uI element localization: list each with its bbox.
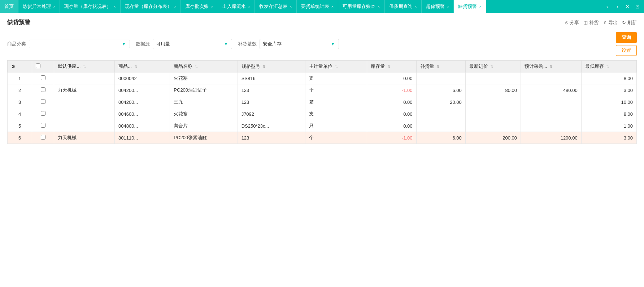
row-checkbox-cell[interactable] — [32, 72, 54, 84]
row-checkbox-cell[interactable] — [32, 84, 54, 96]
tab-refine[interactable]: 炼货异常处理 × — [18, 0, 60, 13]
row-checkbox[interactable] — [41, 75, 45, 80]
close-tab-refine[interactable]: × — [53, 4, 55, 9]
replenish-button[interactable]: ◫ 补货 — [583, 19, 599, 26]
purchase-column-header[interactable]: 预计采购... ⇅ — [521, 61, 581, 72]
nav-next-button[interactable]: › — [612, 1, 622, 12]
row-replenish: 6.00 — [416, 132, 465, 144]
close-tab-shortage[interactable]: × — [479, 4, 481, 9]
row-checkbox[interactable] — [41, 99, 45, 104]
export-button[interactable]: ⇪ 导出 — [603, 19, 618, 26]
gear-column-header[interactable]: ⚙ — [8, 61, 32, 72]
category-chevron-icon: ▼ — [122, 41, 126, 47]
close-tab-expiry-query[interactable]: × — [415, 4, 417, 9]
minstock-column-header[interactable]: 最低库存 ⇅ — [581, 61, 636, 72]
row-checkbox[interactable] — [41, 87, 45, 92]
select-all-checkbox[interactable] — [36, 63, 40, 68]
datasource-select[interactable]: 可用量 ▼ — [153, 39, 232, 49]
tab-batch[interactable]: 库存批次账 × — [181, 0, 218, 13]
nav-tabs: 首页 炼货异常处理 × 现存量（库存状况表） × 现存量（库存分布表） × 库存… — [0, 0, 644, 13]
row-min-stock: 10.00 — [581, 96, 636, 108]
row-stock: 0.00 — [367, 96, 416, 108]
row-checkbox-cell[interactable] — [32, 108, 54, 120]
name-column-header[interactable]: 商品名称 ⇅ — [170, 61, 238, 72]
row-latest-price — [465, 96, 521, 108]
row-supplier — [54, 120, 115, 132]
tab-overstock[interactable]: 超储预警 × — [422, 0, 454, 13]
row-latest-price — [465, 120, 521, 132]
refresh-button[interactable]: ↻ 刷新 — [622, 19, 637, 26]
row-stock: 0.00 — [367, 108, 416, 120]
close-tab-batch[interactable]: × — [211, 4, 213, 9]
row-replenish — [416, 120, 465, 132]
close-tab-stock-status[interactable]: × — [113, 4, 116, 9]
checkbox-column-header — [32, 61, 54, 72]
table-row: 6 力天机械 801110... PC200张紧油缸 123 个 -1.00 6… — [8, 132, 637, 144]
table-row: 5 004800... 离合片 DS250*23c... 只 0.00 1.00 — [8, 120, 637, 132]
query-button[interactable]: 查询 — [616, 32, 637, 43]
tab-stock-status[interactable]: 现存量（库存状况表） × — [60, 0, 120, 13]
row-index: 6 — [8, 132, 32, 144]
row-checkbox[interactable] — [41, 123, 45, 128]
nav-close-button[interactable]: ✕ — [622, 1, 632, 12]
replenish-sort-icon: ⇅ — [436, 65, 439, 69]
row-name: 三九 — [170, 96, 238, 108]
row-replenish — [416, 72, 465, 84]
tab-stock-dist[interactable]: 现存量（库存分布表） × — [121, 0, 181, 13]
row-replenish — [416, 108, 465, 120]
row-checkbox-cell[interactable] — [32, 120, 54, 132]
refresh-icon: ↻ — [622, 20, 626, 25]
spec-column-header[interactable]: 规格型号 ⇅ — [238, 61, 305, 72]
stock-column-header[interactable]: 库存量 ⇅ — [367, 61, 416, 72]
row-min-stock: 3.00 — [581, 132, 636, 144]
row-checkbox-cell[interactable] — [32, 96, 54, 108]
replenish-basis-select[interactable]: 安全库存 ▼ — [260, 39, 339, 49]
supplier-column-header[interactable]: 默认供应... ⇅ — [54, 61, 115, 72]
price-sort-icon: ⇅ — [490, 65, 493, 69]
row-name: 火花塞 — [170, 72, 238, 84]
close-tab-available-ledger[interactable]: × — [378, 4, 380, 9]
settings-button[interactable]: 设置 — [616, 45, 637, 56]
close-tab-overstock[interactable]: × — [447, 4, 449, 9]
filter-row: 商品分类 ▼ 数据源 可用量 ▼ 补货基数 安全库存 ▼ 查询 设置 — [7, 32, 637, 56]
tab-requisition-stat[interactable]: 要货单统计表 × — [297, 0, 338, 13]
row-latest-price — [465, 72, 521, 84]
row-replenish: 6.00 — [416, 84, 465, 96]
price-column-header[interactable]: 最新进价 ⇅ — [465, 61, 521, 72]
nav-prev-button[interactable]: ‹ — [602, 1, 612, 12]
table-row: 1 0000042 火花塞 SS816 支 0.00 8.00 — [8, 72, 637, 84]
replenish-basis-filter-group: 补货基数 安全库存 ▼ — [238, 39, 339, 49]
tab-shortage[interactable]: 缺货预警 × — [454, 0, 486, 13]
row-code: 004200... — [115, 84, 170, 96]
replenish-column-header[interactable]: 补货量 ⇅ — [416, 61, 465, 72]
tab-available-ledger[interactable]: 可用量库存账本 × — [338, 0, 384, 13]
row-supplier: 力天机械 — [54, 84, 115, 96]
tab-home[interactable]: 首页 — [0, 0, 18, 13]
code-sort-icon: ⇅ — [134, 65, 137, 69]
tab-expiry-query[interactable]: 保质期查询 × — [385, 0, 422, 13]
row-supplier — [54, 96, 115, 108]
tab-inout-flow[interactable]: 出入库流水 × — [218, 0, 255, 13]
tab-receive-summary[interactable]: 收发存汇总表 × — [255, 0, 296, 13]
row-checkbox[interactable] — [41, 135, 45, 140]
name-sort-icon: ⇅ — [195, 65, 198, 69]
row-code: 0000042 — [115, 72, 170, 84]
row-estimated-purchase: 1200.00 — [521, 132, 581, 144]
nav-expand-button[interactable]: ⊡ — [632, 1, 643, 12]
code-column-header[interactable]: 商品... ⇅ — [115, 61, 170, 72]
close-tab-receive-summary[interactable]: × — [290, 4, 292, 9]
unit-column-header[interactable]: 主计量单位 ⇅ — [305, 61, 367, 72]
replenish-icon: ◫ — [583, 20, 588, 25]
row-checkbox-cell[interactable] — [32, 132, 54, 144]
close-tab-stock-dist[interactable]: × — [174, 4, 176, 9]
stock-sort-icon: ⇅ — [387, 65, 390, 69]
row-code: 801110... — [115, 132, 170, 144]
close-tab-requisition-stat[interactable]: × — [331, 4, 334, 9]
row-checkbox[interactable] — [41, 111, 45, 116]
minstock-sort-icon: ⇅ — [606, 65, 609, 69]
category-select[interactable]: ▼ — [29, 40, 130, 48]
row-index: 2 — [8, 84, 32, 96]
close-tab-inout-flow[interactable]: × — [248, 4, 250, 9]
share-icon: ⎋ — [565, 20, 568, 25]
share-button[interactable]: ⎋ 分享 — [565, 19, 579, 26]
